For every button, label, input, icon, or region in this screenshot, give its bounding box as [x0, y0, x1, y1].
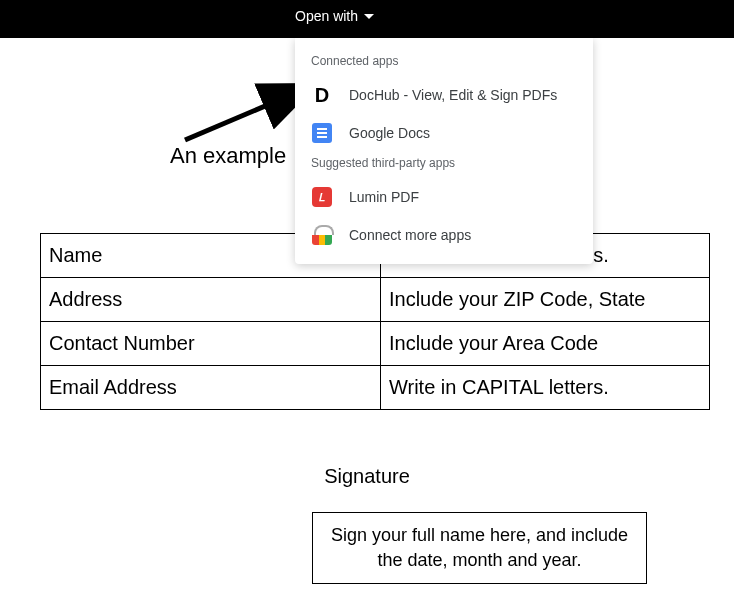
open-with-dropdown: Connected apps D DocHub - View, Edit & S…: [295, 38, 593, 264]
table-cell-label: Email Address: [41, 366, 381, 410]
menu-item-label: Lumin PDF: [349, 189, 419, 205]
svg-line-1: [185, 87, 310, 140]
lumin-pdf-icon: 𝘓: [311, 186, 333, 208]
section-suggested-apps: Suggested third-party apps: [295, 152, 593, 178]
menu-item-lumin[interactable]: 𝘓 Lumin PDF: [295, 178, 593, 216]
table-row: Address Include your ZIP Code, State: [41, 278, 710, 322]
signature-instruction-box: Sign your full name here, and include th…: [312, 512, 647, 584]
table-row: Contact Number Include your Area Code: [41, 322, 710, 366]
table-cell-label: Address: [41, 278, 381, 322]
table-row: Email Address Write in CAPITAL letters.: [41, 366, 710, 410]
open-with-label: Open with: [295, 8, 358, 24]
menu-item-connect-more[interactable]: Connect more apps: [295, 216, 593, 254]
caret-down-icon: [364, 14, 374, 19]
google-docs-icon: [311, 122, 333, 144]
dochub-icon: D: [311, 84, 333, 106]
menu-item-label: Google Docs: [349, 125, 430, 141]
open-with-button[interactable]: Open with: [295, 8, 374, 24]
section-connected-apps: Connected apps: [295, 50, 593, 76]
topbar: Open with: [0, 0, 734, 38]
menu-item-label: DocHub - View, Edit & Sign PDFs: [349, 87, 557, 103]
table-cell-label: Contact Number: [41, 322, 381, 366]
connect-apps-icon: [311, 224, 333, 246]
table-cell-hint: Include your ZIP Code, State: [381, 278, 710, 322]
menu-item-dochub[interactable]: D DocHub - View, Edit & Sign PDFs: [295, 76, 593, 114]
table-cell-hint: Include your Area Code: [381, 322, 710, 366]
signature-title: Signature: [0, 465, 734, 488]
menu-item-google-docs[interactable]: Google Docs: [295, 114, 593, 152]
table-cell-hint: Write in CAPITAL letters.: [381, 366, 710, 410]
menu-item-label: Connect more apps: [349, 227, 471, 243]
